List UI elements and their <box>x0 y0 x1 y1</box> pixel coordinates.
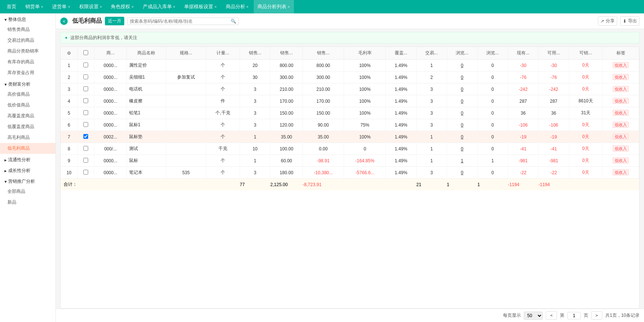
sidebar-item-high-margin[interactable]: 高毛利商品 <box>0 132 55 143</box>
row-view1[interactable]: 0 <box>447 71 477 83</box>
row-checkbox[interactable] <box>77 155 94 167</box>
sidebar-item-new-products[interactable]: 新品 <box>0 197 55 208</box>
nav-close-role[interactable]: × <box>131 4 134 9</box>
row-select-checkbox[interactable] <box>83 158 88 163</box>
row-checkbox[interactable] <box>77 95 94 107</box>
row-view1[interactable]: 0 <box>447 107 477 119</box>
sidebar-item-traded-products[interactable]: 交易过的商品 <box>0 35 55 46</box>
col-name[interactable]: 商品名称 <box>126 47 166 60</box>
row-name[interactable]: 鼠标1 <box>126 119 166 131</box>
col-current[interactable]: 现有... <box>508 47 538 60</box>
col-margin[interactable]: 毛利率 <box>344 47 386 60</box>
col-tag[interactable]: 标签 <box>603 47 639 60</box>
col-saleable[interactable]: 可销... <box>569 47 602 60</box>
row-view1[interactable]: 0 <box>447 119 477 131</box>
col-code[interactable]: 商... <box>94 47 127 60</box>
row-checkbox[interactable] <box>77 83 94 95</box>
nav-close-permission[interactable]: × <box>100 4 102 9</box>
sidebar-item-high-value[interactable]: 高价值商品 <box>0 89 55 100</box>
row-checkbox[interactable] <box>77 60 94 71</box>
row-view1[interactable]: 0 <box>447 60 477 71</box>
row-select-checkbox[interactable] <box>83 134 88 139</box>
row-view1[interactable]: 0 <box>447 131 477 143</box>
row-select-checkbox[interactable] <box>83 74 88 79</box>
sidebar-group-growth[interactable]: ▸ 成长性分析 <box>0 165 55 175</box>
row-name[interactable]: 笔记本 <box>126 167 166 179</box>
row-checkbox[interactable] <box>77 143 94 155</box>
sidebar-item-high-coverage[interactable]: 高覆盖度商品 <box>0 111 55 121</box>
nav-item-permission[interactable]: 权限设置 × <box>76 0 106 13</box>
next-page-btn[interactable]: ＞ <box>591 311 602 320</box>
col-price[interactable]: 销售... <box>270 47 303 60</box>
sidebar-item-low-coverage[interactable]: 低覆盖度商品 <box>0 121 55 132</box>
collapse-sidebar-btn[interactable]: « <box>60 17 68 25</box>
row-select-checkbox[interactable] <box>83 110 88 115</box>
nav-item-inbound[interactable]: 产成品入库单 × <box>139 0 179 13</box>
col-view1[interactable]: 浏览... <box>447 47 477 60</box>
col-coverage[interactable]: 覆盖... <box>386 47 416 60</box>
row-select-checkbox[interactable] <box>83 170 88 175</box>
row-checkbox[interactable] <box>77 71 94 83</box>
col-unit[interactable]: 计量... <box>206 47 240 60</box>
nav-close-template[interactable]: × <box>214 4 217 9</box>
nav-item-role[interactable]: 角色授权 × <box>107 0 137 13</box>
col-spec[interactable]: 规格... <box>166 47 206 60</box>
nav-item-sales[interactable]: 销货单 × <box>22 0 47 13</box>
row-select-checkbox[interactable] <box>83 122 88 127</box>
sidebar-group-wealth[interactable]: ▾ 类财富分析 <box>0 78 55 89</box>
col-settings[interactable]: ⚙ <box>61 47 77 60</box>
row-select-checkbox[interactable] <box>83 146 88 151</box>
row-name[interactable]: 鼠标 <box>126 155 166 167</box>
row-checkbox[interactable] <box>77 107 94 119</box>
col-amount[interactable]: 销售... <box>302 47 344 60</box>
page-input[interactable] <box>567 312 581 319</box>
sidebar-item-low-margin[interactable]: 低毛利商品 <box>0 143 55 154</box>
nav-close-inbound[interactable]: × <box>173 4 175 9</box>
row-checkbox[interactable] <box>77 131 94 143</box>
nav-item-home[interactable]: 首页 <box>3 0 20 13</box>
row-name[interactable]: 铅笔1 <box>126 107 166 119</box>
col-trade[interactable]: 交易... <box>416 47 447 60</box>
row-name[interactable]: 测试 <box>126 143 166 155</box>
row-checkbox[interactable] <box>77 119 94 131</box>
row-name[interactable]: 属性定价 <box>126 60 166 71</box>
search-input[interactable] <box>130 19 231 24</box>
row-name[interactable]: 吴细细1 <box>126 71 166 83</box>
row-select-checkbox[interactable] <box>83 63 88 67</box>
nav-close-purchase[interactable]: × <box>68 4 70 9</box>
prev-page-btn[interactable]: ＜ <box>546 311 557 320</box>
row-checkbox[interactable] <box>77 167 94 179</box>
row-name[interactable]: 电话机 <box>126 83 166 95</box>
sidebar-group-overall[interactable]: ▾ 整体信息 <box>0 13 55 24</box>
nav-close-product-analysis[interactable]: × <box>246 4 249 9</box>
row-view1[interactable]: 0 <box>447 167 477 179</box>
row-name[interactable]: 橡皮擦 <box>126 95 166 107</box>
col-view2[interactable]: 浏览... <box>477 47 508 60</box>
row-select-checkbox[interactable] <box>83 86 88 91</box>
sidebar-item-low-value[interactable]: 低价值商品 <box>0 100 55 111</box>
sidebar-item-all-products[interactable]: 全部商品 <box>0 186 55 197</box>
share-button[interactable]: ↗ 分享 <box>598 16 617 26</box>
nav-item-analysis-list[interactable]: 商品分析列表 × <box>254 0 294 13</box>
row-view1[interactable]: 1 <box>447 155 477 167</box>
nav-item-purchase[interactable]: 进货单 × <box>48 0 74 13</box>
search-icon[interactable]: 🔍 <box>231 19 236 24</box>
row-view1[interactable]: 0 <box>447 95 477 107</box>
nav-item-product-analysis[interactable]: 商品分析 × <box>222 0 252 13</box>
row-name[interactable]: 鼠标垫 <box>126 131 166 143</box>
sidebar-group-marketing[interactable]: ▾ 营销推广分析 <box>0 175 55 186</box>
sidebar-item-sales-products[interactable]: 销售类商品 <box>0 24 55 35</box>
row-view1[interactable]: 0 <box>447 83 477 95</box>
col-qty[interactable]: 销售... <box>240 47 270 60</box>
select-all-checkbox[interactable] <box>83 50 88 55</box>
sidebar-group-circulation[interactable]: ▸ 流通性分析 <box>0 154 55 165</box>
nav-close-sales[interactable]: × <box>41 4 43 9</box>
export-button[interactable]: ⬇ 导出 <box>620 16 640 26</box>
sidebar-item-category-rate[interactable]: 商品分类助销率 <box>0 46 55 57</box>
sidebar-item-stock-fund[interactable]: 库存资金占用 <box>0 67 55 78</box>
per-page-select[interactable]: 50 100 200 <box>524 312 543 320</box>
col-available[interactable]: 可用... <box>538 47 569 60</box>
col-checkbox[interactable] <box>77 47 94 60</box>
nav-item-template[interactable]: 单据模板设置 × <box>180 0 220 13</box>
time-filter-button[interactable]: 近一月 <box>105 17 124 25</box>
